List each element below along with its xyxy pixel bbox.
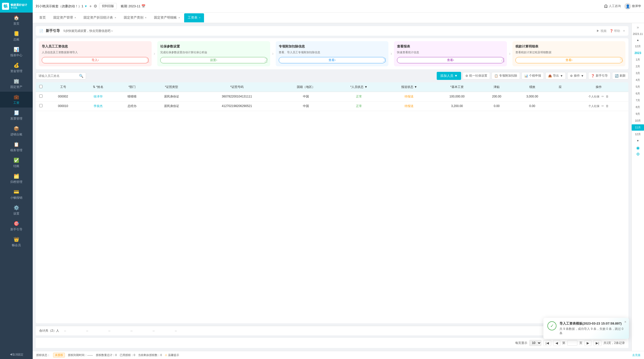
nav-up-button[interactable]: ▲ <box>632 37 644 43</box>
operations-button[interactable]: ⚙ 操作 ▼ <box>567 72 587 79</box>
month-10[interactable]: 10月 <box>632 118 644 124</box>
row-checkbox-1[interactable] <box>36 92 46 101</box>
sidebar-item-payroll[interactable]: 💼 工资 <box>0 92 33 108</box>
period-label: 账期 <box>121 4 127 9</box>
step-4-button[interactable]: 查看› <box>397 57 504 63</box>
edit-icon-2[interactable]: ✏ <box>601 104 604 108</box>
row-performance-1: 3,000.00 <box>513 92 552 101</box>
row-operations-1[interactable]: 个人社保 ✏ 🗑 <box>569 92 628 101</box>
sidebar-item-inventory[interactable]: 📦 进销台账 <box>0 123 33 139</box>
sidebar-item-tax[interactable]: 📋 税务管理 <box>0 139 33 155</box>
sidebar-item-reports[interactable]: 📊 报表中心 <box>0 44 33 60</box>
sidebar-item-settings[interactable]: ⚙️ 设置 <box>0 202 33 218</box>
guide-button[interactable]: ❓ 新手引导 <box>588 72 611 79</box>
row-select-checkbox-1[interactable] <box>39 94 43 98</box>
row-name-2[interactable]: 李俊杰 <box>80 101 116 111</box>
row-checkbox-2[interactable] <box>36 101 46 111</box>
delete-icon-1[interactable]: 🗑 <box>606 95 609 98</box>
sidebar-footer[interactable]: ◀取消固定 <box>0 350 33 359</box>
sidebar-item-archive[interactable]: 🗂️ 归档管理 <box>0 171 33 187</box>
social-insurance-button[interactable]: ⚙ 统一社保设置 <box>463 72 490 79</box>
col-name[interactable]: ⇅ *姓名 <box>80 82 116 92</box>
user-menu[interactable]: 👤 徐泽华 <box>624 3 641 10</box>
tab-category[interactable]: 固定资产类别 × <box>120 13 150 22</box>
account-settings-icon[interactable]: ⚙ <box>94 4 97 9</box>
export-dropdown-arrow: ▼ <box>560 74 563 78</box>
export-button[interactable]: 📤 导出 ▼ <box>545 72 566 79</box>
select-all-checkbox[interactable] <box>39 85 43 88</box>
month-7[interactable]: 7月 <box>632 97 644 104</box>
upgrade-link[interactable]: 去充值 <box>632 353 640 357</box>
select-all-header[interactable] <box>36 82 46 92</box>
close-tab-depreciation[interactable]: × <box>114 16 116 19</box>
month-6[interactable]: 6月 <box>632 90 644 97</box>
month-11[interactable]: 11月 <box>632 124 644 131</box>
switch-version-button[interactable]: 切到旧版 <box>99 3 117 9</box>
col-status[interactable]: *人员状态 ▼ <box>333 82 385 92</box>
table-row: 000010 李俊杰 总经办 居民身份证 412702198206290521 … <box>36 101 628 111</box>
month-12[interactable]: 12月 <box>632 131 644 137</box>
deduction-button[interactable]: 📋 专项附加扣除 <box>492 72 520 79</box>
rp-icon-1[interactable]: ◉ <box>636 145 640 150</box>
tax-report-button[interactable]: 📊 个税申报 <box>521 72 544 79</box>
close-tab-payroll-table[interactable]: × <box>199 16 200 19</box>
refresh-button[interactable]: 🔄 刷新 <box>612 72 628 79</box>
month-12-prev[interactable]: 12月 <box>632 43 644 49</box>
page-input[interactable]: 1 <box>567 340 577 346</box>
step-5-button[interactable]: 查看› <box>515 57 622 63</box>
guide-help-link[interactable]: ❓ 帮助 <box>610 29 620 33</box>
month-5[interactable]: 5月 <box>632 84 644 90</box>
add-employee-button[interactable]: 添加人员 ▼ <box>437 72 461 80</box>
sidebar-item-expense[interactable]: 💳 小畅报销 <box>0 187 33 202</box>
month-8[interactable]: 8月 <box>632 104 644 110</box>
guide-video-link[interactable]: ▶ 视频 <box>596 29 606 33</box>
last-page-button[interactable]: ▶| <box>593 340 601 346</box>
month-9[interactable]: 9月 <box>632 111 644 117</box>
sidebar-item-invoices[interactable]: 🧾 发票管理 <box>0 108 33 123</box>
tab-home[interactable]: 首页 <box>36 13 49 22</box>
prev-page-button[interactable]: ◀ <box>553 340 560 346</box>
sidebar-item-funds[interactable]: 💰 资金管理 <box>0 60 33 76</box>
period-selector[interactable]: 账期 2023-11 📅 <box>121 4 145 9</box>
rp-icon-2[interactable]: ⚙ <box>636 152 640 157</box>
sidebar-item-closing[interactable]: ✅ 结账 <box>0 155 33 171</box>
sidebar-item-home[interactable]: 🏠 首页 <box>0 13 33 28</box>
col-report-status[interactable]: 报送状态 ▼ <box>385 82 433 92</box>
close-tab-category[interactable]: × <box>145 16 146 19</box>
delete-icon-2[interactable]: 🗑 <box>606 104 609 108</box>
edit-icon-1[interactable]: ✏ <box>601 95 604 98</box>
row-name-1[interactable]: 徐泽华 <box>80 92 116 101</box>
per-page-select[interactable]: 10 20 50 <box>529 340 541 346</box>
account-selector[interactable]: 刘小艳演示账套（勿删勿动！）1 ▼ <box>36 4 87 9</box>
month-4[interactable]: 4月 <box>632 77 644 83</box>
sidebar-item-fixed-assets[interactable]: 🏢 固定资产 <box>0 76 33 92</box>
month-2[interactable]: 2月 <box>632 63 644 70</box>
add-account-icon[interactable]: + <box>89 4 92 9</box>
sidebar-item-guide[interactable]: 🎯 新手引导 <box>0 218 33 234</box>
tab-payroll-table[interactable]: 工资表 × <box>184 13 204 22</box>
month-3[interactable]: 3月 <box>632 70 644 76</box>
toast-close-button[interactable]: × <box>624 320 626 324</box>
close-tab-fixed-assets[interactable]: × <box>74 16 76 19</box>
panel-expand-button[interactable]: » <box>636 24 640 31</box>
service-button[interactable]: 🎧 人工咨询 <box>604 4 621 8</box>
search-box[interactable]: 🔍 <box>36 72 86 79</box>
sidebar-item-general-ledger[interactable]: 📒 总账 <box>0 28 33 44</box>
guide-close-button[interactable]: × <box>623 29 625 33</box>
step-2-button[interactable]: 设置› <box>160 57 267 63</box>
month-1[interactable]: 1月 <box>632 57 644 63</box>
auth-status: 未授权 <box>53 353 65 357</box>
tab-depreciation[interactable]: 固定资产折旧统计表 × <box>80 13 119 22</box>
next-page-button[interactable]: ▶ <box>584 340 591 346</box>
row-operations-2[interactable]: 个人社保 ✏ 🗑 <box>569 101 628 111</box>
search-input[interactable] <box>38 74 77 78</box>
first-page-button[interactable]: |◀ <box>543 340 551 346</box>
nav-down-button[interactable]: ▼ <box>632 138 644 143</box>
tab-fixed-assets[interactable]: 固定资产管理 × <box>50 13 79 22</box>
close-tab-detail[interactable]: × <box>178 16 180 19</box>
step-1-button[interactable]: 导入› <box>42 57 149 63</box>
sidebar-item-member[interactable]: 👑 畅会员 <box>0 234 33 250</box>
row-select-checkbox-2[interactable] <box>39 104 43 107</box>
step-3-button[interactable]: 查看› <box>279 57 386 63</box>
tab-detail[interactable]: 固定资产明细账 × <box>150 13 183 22</box>
